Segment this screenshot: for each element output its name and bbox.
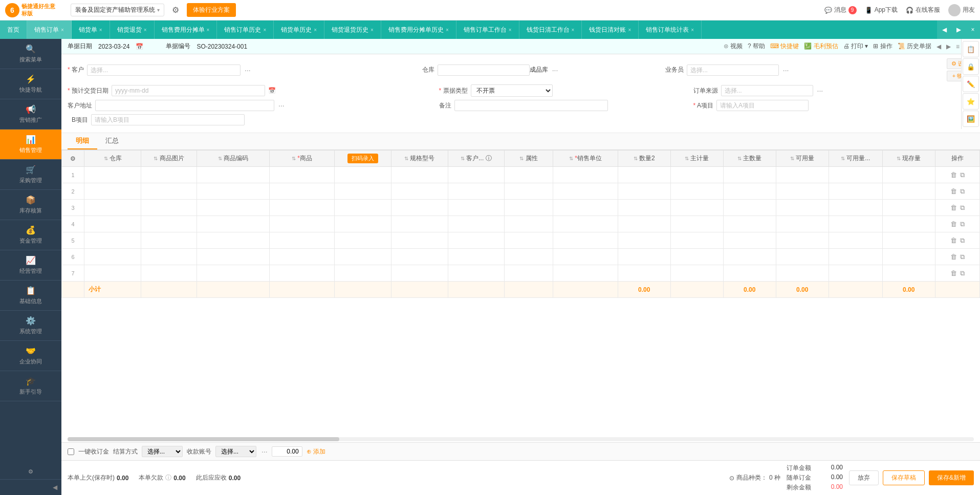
address-input[interactable]: [95, 100, 274, 111]
add-payment-btn[interactable]: ⊕ 添加: [307, 447, 325, 456]
sidebar-item-search[interactable]: 🔍 搜索菜单: [0, 39, 61, 69]
copy-row-icon[interactable]: ⧉: [960, 220, 965, 228]
close-icon[interactable]: ×: [99, 27, 102, 33]
scroll-thumb[interactable]: [68, 437, 339, 441]
close-icon[interactable]: ×: [446, 27, 449, 33]
sidebar-item-marketing[interactable]: 📢 营销推广: [0, 99, 61, 130]
th-product[interactable]: ⇅ *商品: [270, 150, 335, 167]
sidebar-settings-button[interactable]: ⚙: [0, 464, 61, 480]
th-main-qty[interactable]: ⇅ 主数量: [723, 150, 776, 167]
th-image[interactable]: ⇅ 商品图片: [141, 150, 197, 167]
horizontal-scrollbar[interactable]: [68, 437, 974, 441]
close-icon[interactable]: ×: [207, 27, 210, 33]
sidebar-item-sales[interactable]: 📊 销售管理: [0, 130, 61, 160]
sidebar-item-operations[interactable]: 📈 经营管理: [0, 250, 61, 281]
one-click-checkbox[interactable]: [68, 448, 74, 455]
calendar-icon[interactable]: 📅: [136, 43, 143, 50]
system-selector[interactable]: 装备及固定资产辅助管理系统 ▾: [71, 4, 164, 16]
tab-sales-goods[interactable]: 销货单 ×: [72, 20, 110, 39]
staff-more-btn[interactable]: ···: [783, 66, 789, 74]
tab-home[interactable]: 首页: [0, 20, 27, 39]
tab-detail[interactable]: 明细: [68, 133, 97, 149]
th-main-unit[interactable]: ⇅ 主计量: [670, 150, 723, 167]
th-customer-code[interactable]: ⇅ 客户... ⓘ: [448, 150, 504, 167]
order-source-input[interactable]: [721, 85, 813, 96]
scan-button[interactable]: 扫码录入: [347, 154, 378, 163]
delete-row-icon[interactable]: 🗑: [950, 187, 957, 196]
remark-input[interactable]: [454, 100, 608, 111]
tab-return[interactable]: 销货退货 ×: [110, 20, 155, 39]
b-project-input[interactable]: [91, 114, 245, 125]
tab-prev-button[interactable]: ◀: [937, 20, 951, 39]
copy-row-icon[interactable]: ⧉: [960, 269, 965, 277]
right-panel-btn-2[interactable]: 🔒: [963, 58, 979, 75]
prev-record-btn[interactable]: ◀: [937, 43, 941, 50]
list-view-btn[interactable]: ≡: [956, 43, 960, 50]
sidebar-item-system[interactable]: ⚙️ 系统管理: [0, 311, 61, 341]
next-record-btn[interactable]: ▶: [946, 43, 951, 50]
th-available[interactable]: ⇅ 可用量: [776, 150, 829, 167]
address-more-btn[interactable]: ···: [278, 101, 285, 110]
save-new-button[interactable]: 保存&新增: [929, 470, 974, 485]
close-icon[interactable]: ×: [144, 27, 147, 33]
view-btn[interactable]: ⊙ 视频: [724, 42, 743, 51]
message-item[interactable]: 💬 消息 9: [824, 6, 857, 14]
tab-next-button[interactable]: ▶: [951, 20, 966, 39]
app-download-item[interactable]: 📱 App下载: [865, 6, 898, 14]
customer-input[interactable]: [87, 64, 241, 76]
tab-fee-split[interactable]: 销售费用分摊单 ×: [155, 20, 217, 39]
close-icon[interactable]: ×: [263, 27, 266, 33]
tab-summary[interactable]: 汇总: [97, 133, 127, 149]
sidebar-item-inventory[interactable]: 📦 库存核算: [0, 190, 61, 220]
staff-input[interactable]: [687, 64, 779, 76]
sidebar-item-finance[interactable]: 💰 资金管理: [0, 220, 61, 250]
close-icon[interactable]: ×: [61, 27, 64, 33]
delete-row-icon[interactable]: 🗑: [950, 204, 957, 212]
warehouse-input[interactable]: [438, 64, 530, 76]
account-more-btn[interactable]: ···: [262, 447, 268, 456]
tab-order-workbench[interactable]: 销售订单工作台 ×: [456, 20, 519, 39]
profit-btn[interactable]: 💹 毛利预估: [804, 42, 838, 51]
a-project-input[interactable]: [716, 100, 809, 111]
save-draft-button[interactable]: 保存草稿: [883, 470, 925, 485]
close-icon[interactable]: ×: [572, 27, 575, 33]
close-icon[interactable]: ×: [691, 27, 694, 33]
warehouse-more-btn[interactable]: ···: [552, 66, 558, 74]
tab-cash-reconcile[interactable]: 钱货日清对账 ×: [582, 20, 639, 39]
th-warehouse[interactable]: ⇅ 仓库: [84, 150, 141, 167]
right-panel-btn-1[interactable]: 📋: [963, 41, 979, 57]
th-scan[interactable]: 扫码录入: [334, 150, 391, 167]
copy-row-icon[interactable]: ⧉: [960, 236, 965, 245]
th-unit[interactable]: ⇅ *销售单位: [553, 150, 618, 167]
tab-fee-history[interactable]: 销售费用分摊单历史 ×: [381, 20, 456, 39]
copy-row-icon[interactable]: ⧉: [960, 253, 965, 261]
discard-button[interactable]: 放弃: [849, 470, 879, 485]
user-item[interactable]: 用友: [948, 4, 975, 16]
right-panel-btn-3[interactable]: ✏️: [963, 76, 979, 92]
sidebar-item-guide[interactable]: ⚡ 快捷导航: [0, 69, 61, 99]
amount-input[interactable]: [272, 446, 302, 457]
online-service-item[interactable]: 🎧 在线客服: [906, 6, 940, 14]
print-btn[interactable]: 🖨 打印 ▾: [843, 42, 868, 51]
sidebar-collapse-button[interactable]: ◀: [0, 480, 61, 495]
shortcut-btn[interactable]: ⌨ 快捷键: [770, 42, 799, 51]
settlement-select[interactable]: 选择...: [142, 446, 183, 457]
th-stock[interactable]: ⇅ 现存量: [882, 150, 935, 167]
account-select[interactable]: 选择...: [215, 446, 256, 457]
close-icon[interactable]: ×: [371, 27, 374, 33]
delete-row-icon[interactable]: 🗑: [950, 253, 957, 261]
sidebar-item-purchase[interactable]: 🛒 采购管理: [0, 160, 61, 190]
th-qty2[interactable]: ⇅ 数量2: [618, 150, 670, 167]
order-source-more-btn[interactable]: ···: [817, 87, 823, 95]
th-available-more[interactable]: ⇅ 可用量...: [829, 150, 882, 167]
gear-button[interactable]: ⚙: [168, 3, 183, 17]
delete-row-icon[interactable]: 🗑: [950, 236, 957, 245]
tab-close-all-button[interactable]: ×: [966, 20, 980, 39]
invoice-type-select[interactable]: 不开票 增值税普通发票 增值税专用发票: [471, 84, 553, 97]
delete-row-icon[interactable]: 🗑: [950, 171, 957, 179]
sidebar-item-basic[interactable]: 📋 基础信息: [0, 281, 61, 311]
tab-sales-order[interactable]: 销售订单 ×: [27, 20, 72, 39]
tab-goods-history[interactable]: 销货单历史 ×: [274, 20, 324, 39]
copy-row-icon[interactable]: ⧉: [960, 187, 965, 196]
calendar2-icon[interactable]: 📅: [268, 87, 276, 94]
